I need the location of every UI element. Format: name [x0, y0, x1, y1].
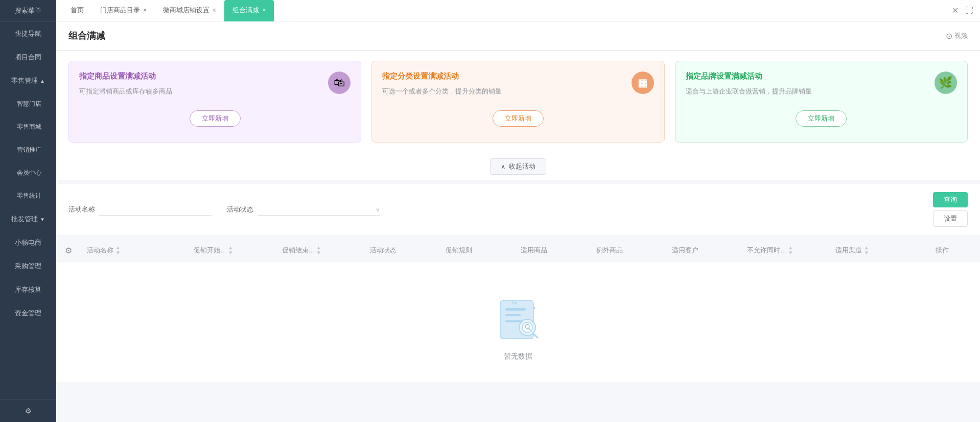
- settings-icon: ⚙: [65, 246, 72, 255]
- th-goods: 适用商品: [515, 246, 590, 255]
- page-title: 组合满减: [68, 30, 105, 42]
- filter-status-select[interactable]: ∨: [258, 204, 380, 216]
- sidebar-item-inventory-calc[interactable]: 库存核算: [0, 278, 56, 301]
- filter-name-input[interactable]: [99, 203, 212, 216]
- empty-text: 暂无数据: [504, 352, 532, 361]
- card-goods: 🛍 指定商品设置满减活动 可指定滞销商品或库存较多商品 立即新增: [68, 61, 361, 143]
- sidebar-item-quick-nav[interactable]: 快捷导航: [0, 22, 56, 45]
- card-brand-icon: 🌿: [935, 72, 957, 94]
- content-area: 组合满减 ⊙ 视频 🛍 指定商品设置满减活动 可指定滞销商品或库存较多商品 立即…: [56, 21, 980, 422]
- filter-name-label: 活动名称: [68, 205, 95, 214]
- tab-home[interactable]: 首页: [62, 0, 92, 21]
- th-rule: 促销规则: [439, 246, 515, 255]
- th-start: 促销开始... ▲ ▼: [188, 245, 275, 255]
- card-category: ▦ 指定分类设置满减活动 可选一个或者多个分类，提升分类的销量 立即新增: [371, 61, 664, 143]
- play-circle-icon: ⊙: [946, 31, 952, 41]
- query-button[interactable]: 查询: [933, 192, 968, 207]
- tab-wechat-store-settings[interactable]: 微商城店铺设置 ×: [155, 0, 224, 21]
- sidebar-item-xiaochang-ecom[interactable]: 小畅电商: [0, 231, 56, 254]
- collapse-bar: ∧ 收起活动: [56, 153, 980, 180]
- sidebar-item-smart-store[interactable]: 智慧门店: [0, 92, 56, 115]
- svg-point-5: [522, 322, 532, 333]
- sort-start-icon[interactable]: ▲ ▼: [228, 245, 233, 255]
- chevron-down-icon: ∨: [376, 206, 380, 213]
- th-status: 活动状态: [364, 246, 439, 255]
- sort-end-icon[interactable]: ▲ ▼: [316, 245, 321, 255]
- svg-rect-1: [505, 308, 526, 311]
- th-gear[interactable]: ⚙: [56, 246, 81, 255]
- chevron-up-icon: ∧: [501, 163, 506, 171]
- table-section: ⚙ 活动名称 ▲ ▼ 促销开始... ▲ ▼ 促: [56, 239, 980, 382]
- card-goods-icon: 🛍: [328, 72, 351, 94]
- close-window-icon[interactable]: ✕: [950, 6, 960, 15]
- chevron-right-icon: ▼: [40, 217, 45, 222]
- card-brand: 🌿 指定品牌设置满减活动 适合与上游企业联合做营销，提升品牌销量 立即新增: [675, 61, 968, 143]
- th-except: 例外商品: [590, 246, 666, 255]
- page-header: 组合满减 ⊙ 视频: [56, 21, 980, 51]
- filter-name-item: 活动名称: [68, 203, 212, 216]
- card-goods-desc: 可指定滞销商品或库存较多商品: [79, 86, 351, 97]
- filter-status-item: 活动状态 ∨: [227, 204, 380, 216]
- tab-close-wechat-store-settings[interactable]: ×: [213, 7, 216, 14]
- filter-section: 活动名称 活动状态 ∨ 查询 设置: [56, 184, 980, 235]
- shopping-bag-icon: 🛍: [334, 76, 345, 89]
- activity-cards-section: 🛍 指定商品设置满减活动 可指定滞销商品或库存较多商品 立即新增 ▦ 指定分类设…: [56, 51, 980, 153]
- sidebar-item-purchase-mgmt[interactable]: 采购管理: [0, 254, 56, 278]
- sidebar-item-project-contract[interactable]: 项目合同: [0, 45, 56, 69]
- card-brand-desc: 适合与上游企业联合做营销，提升品牌销量: [686, 86, 957, 97]
- tab-bar-actions: ✕ ⛶: [950, 6, 974, 15]
- card-category-add-button[interactable]: 立即新增: [493, 110, 544, 127]
- th-channel: 适用渠道 ▲ ▼: [829, 245, 905, 255]
- card-goods-title: 指定商品设置满减活动: [79, 72, 351, 81]
- sort-notallow-icon[interactable]: ▲ ▼: [788, 245, 793, 255]
- empty-state: 暂无数据: [56, 262, 980, 382]
- gear-icon: ⚙: [25, 407, 32, 415]
- setting-button[interactable]: 设置: [933, 210, 968, 227]
- sidebar: 搜索菜单 快捷导航 项目合同 零售管理 ▲ 智慧门店 零售商城 营销推广 会员中…: [0, 0, 56, 422]
- chevron-down-icon: ▲: [40, 78, 45, 84]
- card-category-desc: 可选一个或者多个分类，提升分类的销量: [382, 86, 654, 97]
- sidebar-item-marketing[interactable]: 营销推广: [0, 138, 56, 161]
- sidebar-item-retail-mgmt[interactable]: 零售管理 ▲: [0, 69, 56, 92]
- th-customer: 适用客户: [666, 246, 741, 255]
- sidebar-search[interactable]: 搜索菜单: [0, 0, 56, 22]
- tab-close-combo-discount[interactable]: ×: [262, 7, 266, 14]
- card-category-title: 指定分类设置满减活动: [382, 72, 654, 81]
- leaf-icon: 🌿: [939, 76, 952, 89]
- card-brand-title: 指定品牌设置满减活动: [686, 72, 957, 81]
- card-goods-add-button[interactable]: 立即新增: [190, 110, 241, 127]
- sidebar-item-wholesale-mgmt[interactable]: 批发管理 ▼: [0, 207, 56, 231]
- svg-rect-2: [505, 314, 521, 316]
- th-notallow: 不允许同时... ▲ ▼: [741, 245, 829, 255]
- th-action: 操作: [904, 246, 980, 255]
- grid-icon: ▦: [638, 77, 647, 89]
- tab-store-catalog[interactable]: 门店商品目录 ×: [92, 0, 155, 21]
- card-brand-add-button[interactable]: 立即新增: [796, 110, 847, 127]
- tab-bar: 首页 门店商品目录 × 微商城店铺设置 × 组合满减 × ✕ ⛶: [56, 0, 980, 21]
- expand-icon[interactable]: ⛶: [965, 6, 974, 15]
- sidebar-item-member-center[interactable]: 会员中心: [0, 161, 56, 184]
- tab-close-store-catalog[interactable]: ×: [143, 7, 147, 14]
- svg-point-10: [534, 308, 535, 309]
- sidebar-settings-button[interactable]: ⚙: [0, 399, 56, 422]
- sidebar-item-capital-mgmt[interactable]: 资金管理: [0, 301, 56, 325]
- filter-buttons: 查询 设置: [933, 192, 968, 227]
- video-link[interactable]: ⊙ 视频: [946, 31, 968, 41]
- empty-state-illustration: [487, 293, 549, 344]
- tab-combo-discount[interactable]: 组合满减 ×: [224, 0, 274, 21]
- collapse-activities-button[interactable]: ∧ 收起活动: [490, 158, 546, 175]
- th-name: 活动名称 ▲ ▼: [81, 245, 188, 255]
- cards-row: 🛍 指定商品设置满减活动 可指定滞销商品或库存较多商品 立即新增 ▦ 指定分类设…: [68, 61, 968, 143]
- main-area: 首页 门店商品目录 × 微商城店铺设置 × 组合满减 × ✕ ⛶ 组合满减 ⊙ …: [56, 0, 980, 422]
- sidebar-item-retail-mall[interactable]: 零售商城: [0, 115, 56, 138]
- th-end: 促销结束... ▲ ▼: [276, 245, 364, 255]
- table-header: ⚙ 活动名称 ▲ ▼ 促销开始... ▲ ▼ 促: [56, 239, 980, 262]
- filter-status-label: 活动状态: [227, 205, 253, 214]
- sidebar-item-retail-stats[interactable]: 零售统计: [0, 184, 56, 207]
- card-category-icon: ▦: [632, 72, 654, 94]
- sort-name-icon[interactable]: ▲ ▼: [115, 245, 121, 255]
- sort-channel-icon[interactable]: ▲ ▼: [864, 245, 869, 255]
